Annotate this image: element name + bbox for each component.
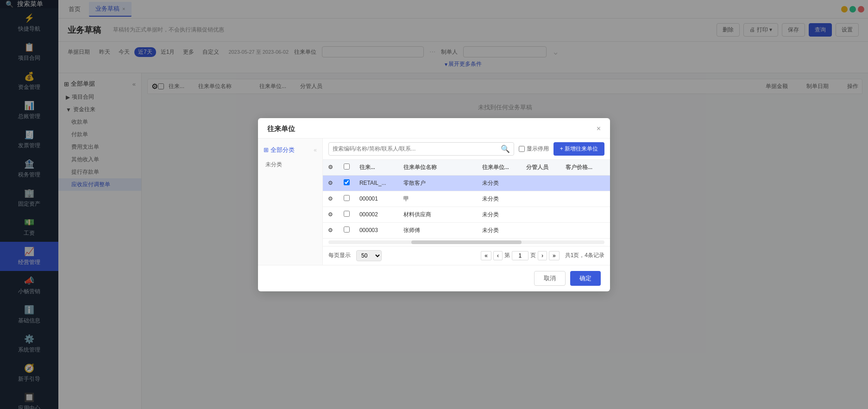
row-name: 甲	[399, 191, 478, 207]
add-contact-button[interactable]: + 新增往来单位	[554, 142, 604, 156]
th-name: 往来单位名称	[399, 160, 478, 176]
confirm-button[interactable]: 确定	[570, 271, 601, 286]
dialog-body: ⊞ 全部分类 « 未分类 🔍 显示停用	[258, 138, 610, 265]
row-price	[561, 207, 610, 222]
row-category: 未分类	[478, 207, 522, 222]
row-checkbox[interactable]	[339, 222, 355, 238]
next-page-btn[interactable]: ›	[538, 251, 547, 260]
th-person: 分管人员	[522, 160, 561, 176]
table-row[interactable]: ⚙ 000002 材料供应商 未分类	[323, 207, 610, 222]
dialog-left-collapse-btn[interactable]: «	[314, 147, 317, 153]
page-label: 第	[504, 252, 510, 259]
row-settings[interactable]: ⚙	[323, 222, 339, 238]
row-category: 未分类	[478, 175, 522, 191]
prev-page-btn[interactable]: ‹	[493, 251, 503, 260]
table-row[interactable]: ⚙ RETAIL_... 零散客户 未分类	[323, 175, 610, 191]
row-price	[561, 191, 610, 207]
table-scrollbar[interactable]	[328, 240, 604, 244]
row-code: RETAIL_...	[355, 175, 399, 191]
show-inactive-checkbox[interactable]	[519, 146, 525, 152]
search-box[interactable]: 🔍	[328, 142, 514, 156]
dialog-left-title-label: 全部分类	[270, 146, 295, 154]
search-input[interactable]	[333, 145, 498, 152]
row-settings[interactable]: ⚙	[323, 191, 339, 207]
th-price: 客户价格...	[561, 160, 610, 176]
row-person	[522, 222, 561, 238]
row-settings[interactable]: ⚙	[323, 175, 339, 191]
row-checkbox[interactable]	[339, 175, 355, 191]
row-person	[522, 207, 561, 222]
row-price	[561, 222, 610, 238]
row-name: 材料供应商	[399, 207, 478, 222]
grid-dots-icon: ⊞	[264, 146, 269, 153]
row-price	[561, 175, 610, 191]
dialog-table: ⚙ 往来... 往来单位名称 往来单位... 分管人员 客户价格... ⚙	[323, 160, 610, 239]
dialog-left-uncategorized[interactable]: 未分类	[258, 158, 322, 171]
table-header-row: ⚙ 往来... 往来单位名称 往来单位... 分管人员 客户价格...	[323, 160, 610, 176]
page-suffix: 页	[530, 252, 536, 259]
table-row[interactable]: ⚙ 000003 张师傅 未分类	[323, 222, 610, 238]
show-inactive-label: 显示停用	[527, 145, 549, 153]
dialog-overlay: 往来单位 × ⊞ 全部分类 « 未分类 🔍	[0, 0, 868, 409]
row-checkbox[interactable]	[339, 207, 355, 222]
total-records: 共1页，4条记录	[565, 252, 604, 259]
row-checkbox[interactable]	[339, 191, 355, 207]
dialog-title: 往来单位	[267, 125, 295, 133]
page-nav: « ‹ 第 页 › » 共1页，4条记录	[481, 251, 604, 260]
last-page-btn[interactable]: »	[549, 251, 560, 260]
cancel-button[interactable]: 取消	[534, 271, 566, 286]
th-settings-icon[interactable]: ⚙	[328, 164, 333, 170]
th-code: 往来...	[355, 160, 399, 176]
dialog-toolbar: 🔍 显示停用 + 新增往来单位	[323, 138, 610, 160]
th-select-all-cb[interactable]	[344, 164, 350, 170]
show-inactive-option[interactable]: 显示停用	[519, 145, 549, 153]
row-code: 000002	[355, 207, 399, 222]
search-icon: 🔍	[501, 145, 510, 153]
row-name: 零散客户	[399, 175, 478, 191]
counterpart-dialog: 往来单位 × ⊞ 全部分类 « 未分类 🔍	[258, 118, 610, 291]
per-page-label: 每页显示	[328, 252, 351, 259]
dialog-pagination: 每页显示 50 100 « ‹ 第 页 › » 共1页，4条记录	[323, 246, 610, 265]
per-page-select[interactable]: 50 100	[356, 250, 382, 261]
th-category: 往来单位...	[478, 160, 522, 176]
table-row[interactable]: ⚙ 000001 甲 未分类	[323, 191, 610, 207]
row-category: 未分类	[478, 222, 522, 238]
row-code: 000003	[355, 222, 399, 238]
row-category: 未分类	[478, 191, 522, 207]
row-person	[522, 191, 561, 207]
row-settings[interactable]: ⚙	[323, 207, 339, 222]
dialog-left-panel: ⊞ 全部分类 « 未分类	[258, 138, 323, 265]
dialog-left-title[interactable]: ⊞ 全部分类 «	[258, 142, 322, 158]
row-code: 000001	[355, 191, 399, 207]
row-name: 张师傅	[399, 222, 478, 238]
first-page-btn[interactable]: «	[481, 251, 491, 260]
dialog-close-button[interactable]: ×	[597, 125, 601, 133]
dialog-right-panel: 🔍 显示停用 + 新增往来单位 ⚙	[323, 138, 610, 265]
page-number-input[interactable]	[512, 251, 528, 260]
row-person	[522, 175, 561, 191]
dialog-header: 往来单位 ×	[258, 118, 610, 138]
dialog-actions: 取消 确定	[258, 265, 610, 291]
